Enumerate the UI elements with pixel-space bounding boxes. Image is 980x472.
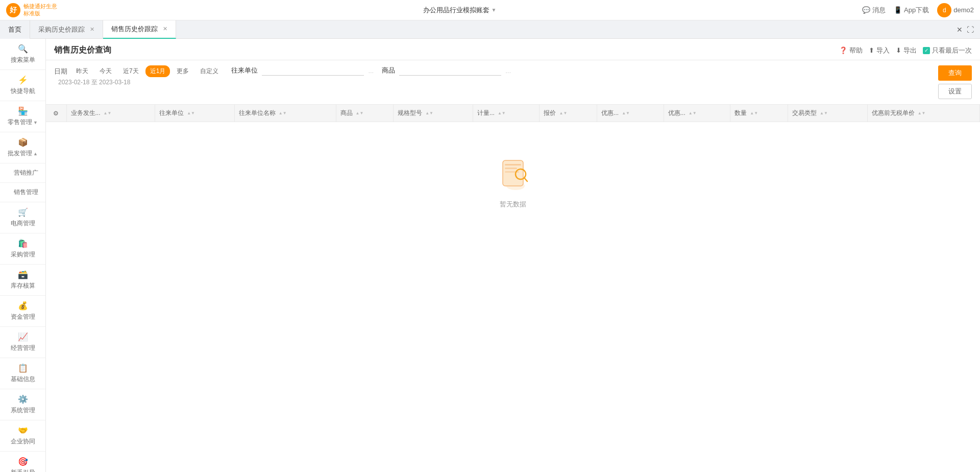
logo-text: 畅捷通好生意 标准版 bbox=[23, 3, 57, 16]
tab-purchase-label: 采购历史价跟踪 bbox=[38, 25, 85, 34]
sort-icon-trade-type: ▲▼ bbox=[820, 111, 828, 115]
top-header: 好 畅捷通好生意 标准版 办公用品行业模拟账套 ▼ 💬 消息 📱 App下载 d… bbox=[0, 0, 980, 20]
partner-input[interactable] bbox=[262, 65, 364, 76]
sidebar-item-wholesale-mgmt[interactable]: 📦 批发管理 ▲ bbox=[0, 132, 45, 163]
user-btn[interactable]: d demo2 bbox=[937, 3, 974, 17]
wholesale-mgmt-with-arrow: 批发管理 ▲ bbox=[8, 149, 38, 158]
tab-sales-history[interactable]: 销售历史价跟踪 ✕ bbox=[103, 20, 176, 39]
sidebar-item-retail-mgmt[interactable]: 🏪 零售管理 ▼ bbox=[0, 101, 45, 132]
sidebar-item-basic-info[interactable]: 📋 基础信息 bbox=[0, 358, 45, 389]
avatar: d bbox=[937, 3, 951, 17]
tab-purchase-close[interactable]: ✕ bbox=[90, 26, 94, 33]
header-left: 好 畅捷通好生意 标准版 bbox=[6, 3, 57, 17]
import-btn[interactable]: ⬆ 导入 bbox=[869, 46, 890, 55]
only-last-checkbox[interactable]: ✓ bbox=[923, 47, 930, 54]
th-pre-tax-price[interactable]: 优惠前无税单价 ▲▼ bbox=[867, 105, 979, 122]
retail-mgmt-icon: 🏪 bbox=[18, 106, 28, 116]
th-partner-code[interactable]: 往来单位 ▲▼ bbox=[155, 105, 235, 122]
goods-dots: ... bbox=[505, 67, 511, 75]
th-discount2[interactable]: 优惠... ▲▼ bbox=[664, 105, 730, 122]
sidebar-item-inventory[interactable]: 🗃️ 库存核算 bbox=[0, 265, 45, 296]
date-btn-yesterday[interactable]: 昨天 bbox=[71, 65, 93, 77]
quick-nav-icon: ⚡ bbox=[18, 75, 28, 85]
tab-sales-close[interactable]: ✕ bbox=[163, 26, 167, 32]
date-btn-7days[interactable]: 近7天 bbox=[118, 65, 143, 77]
header-right: 💬 消息 📱 App下载 d demo2 bbox=[862, 3, 974, 17]
sidebar-item-finance-mgmt[interactable]: 💰 资金管理 bbox=[0, 296, 45, 327]
export-btn[interactable]: ⬇ 导出 bbox=[896, 46, 917, 55]
only-last-checkbox-label[interactable]: ✓ 只看最后一次 bbox=[923, 46, 972, 55]
app-download-btn[interactable]: 📱 App下载 bbox=[894, 6, 929, 15]
th-spec[interactable]: 规格型号 ▲▼ bbox=[394, 105, 473, 122]
sidebar-item-ecommerce-mgmt[interactable]: 🛒 电商管理 bbox=[0, 202, 45, 233]
sidebar-item-operations-mgmt[interactable]: 📈 经营管理 bbox=[0, 327, 45, 358]
tab-bar: 首页 采购历史价跟踪 ✕ 销售历史价跟踪 ✕ ✕ ⛶ bbox=[0, 20, 980, 39]
sort-icon-discount1: ▲▼ bbox=[622, 111, 630, 115]
date-filter-section: 日期 昨天 今天 近7天 近1月 更多 自定义 2023-02-18 至 202… bbox=[54, 65, 223, 87]
th-partner-name[interactable]: 往来单位名称 ▲▼ bbox=[234, 105, 336, 122]
empty-icon bbox=[493, 153, 533, 194]
help-icon: ❓ bbox=[839, 46, 847, 54]
page-header: 销售历史价查询 ❓ 帮助 ⬆ 导入 ⬇ 导出 ✓ bbox=[46, 39, 980, 60]
goods-label: 商品 bbox=[382, 66, 395, 75]
date-quick-btns: 昨天 今天 近7天 近1月 更多 自定义 bbox=[71, 65, 223, 77]
table-header-row: ⚙ 业务发生... ▲▼ 往来单位 bbox=[46, 105, 980, 122]
retail-mgmt-with-arrow: 零售管理 ▼ bbox=[8, 118, 38, 127]
sidebar-item-search-menu[interactable]: 🔍 搜索菜单 bbox=[0, 39, 45, 70]
page-actions: ❓ 帮助 ⬆ 导入 ⬇ 导出 ✓ 只看最后一次 bbox=[839, 46, 972, 55]
sidebar-item-newcomer-guide[interactable]: 🎯 新手引导 bbox=[0, 452, 45, 472]
table-settings-icon[interactable]: ⚙ bbox=[53, 110, 59, 117]
th-settings[interactable]: ⚙ bbox=[46, 105, 66, 122]
newcomer-icon: 🎯 bbox=[18, 457, 28, 466]
date-btn-1month[interactable]: 近1月 bbox=[145, 65, 170, 77]
window-close-btn[interactable]: ✕ bbox=[957, 26, 963, 34]
window-maximize-btn[interactable]: ⛶ bbox=[967, 26, 974, 34]
sidebar-item-sales-mgmt[interactable]: 销售管理 bbox=[0, 183, 45, 202]
empty-text: 暂无数据 bbox=[500, 200, 526, 209]
tab-purchase-history[interactable]: 采购历史价跟踪 ✕ bbox=[30, 20, 103, 39]
svg-rect-2 bbox=[505, 164, 521, 166]
th-qty[interactable]: 数量 ▲▼ bbox=[730, 105, 788, 122]
query-btn[interactable]: 查询 bbox=[938, 65, 972, 81]
partner-label: 往来单位 bbox=[231, 66, 258, 75]
sidebar-item-purchase-mgmt[interactable]: 🛍️ 采购管理 bbox=[0, 233, 45, 265]
date-btn-more[interactable]: 更多 bbox=[172, 65, 193, 77]
goods-filter-group: 商品 ... bbox=[382, 65, 511, 76]
help-btn[interactable]: ❓ 帮助 bbox=[839, 46, 863, 55]
th-discount1[interactable]: 优惠... ▲▼ bbox=[597, 105, 664, 122]
sort-icon-biz-date: ▲▼ bbox=[104, 111, 112, 115]
logo-icon: 好 bbox=[6, 3, 20, 17]
th-biz-date[interactable]: 业务发生... ▲▼ bbox=[66, 105, 155, 122]
search-menu-icon: 🔍 bbox=[18, 44, 28, 54]
logo-area: 好 畅捷通好生意 标准版 bbox=[6, 3, 57, 17]
enterprise-collab-icon: 🤝 bbox=[18, 426, 28, 435]
date-btn-custom[interactable]: 自定义 bbox=[195, 65, 223, 77]
sort-icon-goods: ▲▼ bbox=[356, 111, 364, 115]
sidebar-item-enterprise-collab[interactable]: 🤝 企业协同 bbox=[0, 420, 45, 452]
date-btn-today[interactable]: 今天 bbox=[95, 65, 116, 77]
partner-dots: ... bbox=[368, 67, 374, 75]
app-selector[interactable]: 办公用品行业模拟账套 ▼ bbox=[423, 6, 497, 15]
svg-rect-3 bbox=[505, 168, 517, 169]
finance-icon: 💰 bbox=[18, 301, 28, 311]
th-quote[interactable]: 报价 ▲▼ bbox=[540, 105, 597, 122]
date-range-text: 2023-02-18 至 2023-03-18 bbox=[58, 78, 223, 87]
sidebar-item-system-mgmt[interactable]: ⚙️ 系统管理 bbox=[0, 389, 45, 420]
goods-input[interactable] bbox=[399, 65, 501, 76]
th-goods[interactable]: 商品 ▲▼ bbox=[336, 105, 394, 122]
header-middle: 办公用品行业模拟账套 ▼ bbox=[423, 6, 497, 15]
message-btn[interactable]: 💬 消息 bbox=[862, 6, 886, 15]
th-trade-type[interactable]: 交易类型 ▲▼ bbox=[788, 105, 868, 122]
date-label: 日期 bbox=[54, 67, 67, 76]
th-unit[interactable]: 计量... ▲▼ bbox=[473, 105, 540, 122]
sidebar-item-quick-nav[interactable]: ⚡ 快捷导航 bbox=[0, 70, 45, 101]
tab-home[interactable]: 首页 bbox=[0, 20, 30, 39]
settings-btn[interactable]: 设置 bbox=[938, 84, 972, 99]
data-table: ⚙ 业务发生... ▲▼ 往来单位 bbox=[46, 105, 980, 122]
sidebar-item-marketing[interactable]: 营销推广 bbox=[0, 163, 45, 183]
operations-icon: 📈 bbox=[18, 332, 28, 342]
import-icon: ⬆ bbox=[869, 46, 874, 54]
sort-icon-unit: ▲▼ bbox=[498, 111, 506, 115]
empty-state: 暂无数据 bbox=[46, 122, 980, 240]
filter-bar: 日期 昨天 今天 近7天 近1月 更多 自定义 2023-02-18 至 202… bbox=[46, 60, 980, 105]
